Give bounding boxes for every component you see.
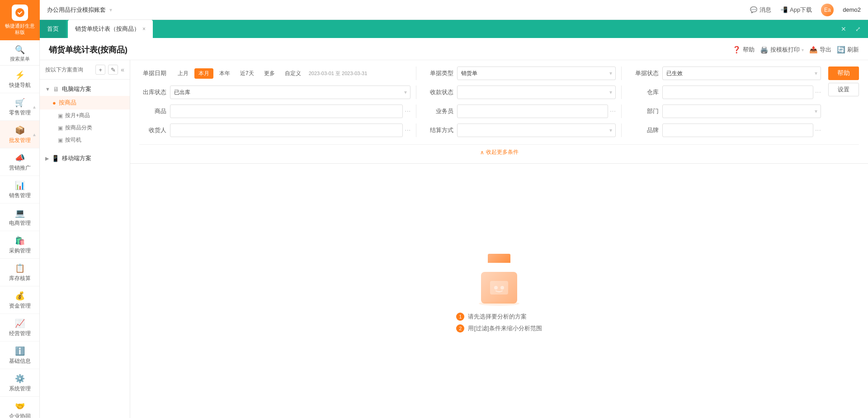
- salesman-input[interactable]: [457, 104, 608, 118]
- hint-num-1: 1: [456, 313, 464, 321]
- date-custom-button[interactable]: 自定义: [281, 68, 305, 79]
- tab-close-button[interactable]: ×: [142, 26, 146, 32]
- tab-expand-button[interactable]: ⤢: [852, 23, 864, 35]
- user-avatar[interactable]: Ea: [821, 4, 834, 16]
- print-action[interactable]: 🖨️ 按模板打印 ▾: [760, 46, 804, 54]
- date-7days-button[interactable]: 近7天: [236, 68, 258, 79]
- filter-cell-payment: 收款状态 ▾: [422, 86, 616, 99]
- out-status-input[interactable]: [170, 86, 410, 99]
- payment-method-input[interactable]: [457, 124, 616, 137]
- doc-status-input[interactable]: [662, 66, 821, 80]
- sidebar-item-operations[interactable]: 📈 经营管理: [0, 314, 39, 342]
- payment-control: ▾: [457, 86, 616, 99]
- tree-group-mobile-header[interactable]: ▶ 📱 移动端方案: [40, 152, 130, 165]
- query-button[interactable]: 帮助: [828, 66, 859, 80]
- divider-3: [416, 86, 416, 99]
- divider-6: [621, 104, 622, 118]
- expand-icon: ⤢: [855, 25, 861, 33]
- filter-collapse-button[interactable]: «: [121, 66, 124, 73]
- search-menu-item[interactable]: 🔍 搜索菜单: [0, 40, 39, 66]
- tree-item-icon: ●: [52, 100, 56, 106]
- sidebar-item-sales[interactable]: 📊 销售管理: [0, 176, 39, 204]
- date-row: 上月 本月 本年 近7天 更多 自定义 2: [170, 68, 410, 79]
- date-quick-btns: 上月 本月 本年 近7天 更多 自定义: [174, 68, 305, 79]
- export-action[interactable]: 📤 导出: [809, 46, 831, 54]
- date-last-month-button[interactable]: 上月: [174, 68, 193, 79]
- receiver-input[interactable]: [170, 124, 403, 137]
- goods-dots-button[interactable]: ···: [405, 107, 410, 115]
- filter-cell-doc-status: 单据状态 ▾: [627, 66, 821, 80]
- breadcrumb-area: 办公用品行业模拟账套 ▾: [47, 6, 112, 14]
- filter-edit-button[interactable]: ✎: [108, 65, 118, 75]
- date-this-month-button[interactable]: 本月: [194, 68, 213, 79]
- sidebar-item-purchase[interactable]: 🛍️ 采购管理: [0, 231, 39, 259]
- message-action[interactable]: 💬 消息: [750, 6, 771, 14]
- app-logo[interactable]: 畅捷通好生意 标版: [0, 0, 40, 40]
- sidebar-item-quick-nav[interactable]: ⚡ 快捷导航: [0, 66, 39, 93]
- brand-dots-button[interactable]: ···: [815, 126, 821, 134]
- sidebar-item-ecommerce[interactable]: 💻 电商管理: [0, 204, 39, 231]
- help-action[interactable]: ❓ 帮助: [732, 46, 755, 54]
- goods-input[interactable]: [170, 104, 403, 118]
- tab-active-label: 销货单统计表（按商品）: [75, 25, 140, 33]
- sidebar-item-marketing[interactable]: 📣 营销推广: [0, 148, 39, 176]
- tab-window-actions: ✕ ⤢: [837, 23, 868, 35]
- retail-icon: 🛒: [15, 98, 25, 108]
- wholesale-arrow-icon: ▲: [32, 132, 37, 137]
- sidebar-item-system[interactable]: ⚙️ 系统管理: [0, 369, 39, 397]
- warehouse-input[interactable]: [662, 86, 813, 99]
- brand-input[interactable]: [662, 124, 813, 137]
- collapse-icon: «: [121, 66, 124, 73]
- tree-group-desktop-header[interactable]: ▼ 🖥 电脑端方案: [40, 82, 130, 96]
- date-more-button[interactable]: 更多: [260, 68, 279, 79]
- out-status-label: 出库状态: [139, 88, 166, 96]
- settings-button[interactable]: 设置: [828, 83, 859, 96]
- sidebar-item-retail[interactable]: 🛒 零售管理 ▲: [0, 93, 39, 121]
- retail-label: 零售管理: [9, 109, 31, 117]
- divider-5: [416, 104, 416, 118]
- payment-method-label: 结算方式: [422, 126, 453, 134]
- help-label: 帮助: [743, 46, 755, 54]
- filter-main: 单据日期 上月 本月 本年 近7天: [130, 60, 868, 418]
- filter-form: 单据日期 上月 本月 本年 近7天: [130, 60, 868, 164]
- sidebar-item-inventory[interactable]: 📋 库存核算: [0, 259, 39, 286]
- sidebar-item-basic-info[interactable]: ℹ️ 基础信息: [0, 342, 39, 369]
- tree-sub-item-category[interactable]: ▣ 按商品分类: [40, 122, 130, 134]
- tab-home[interactable]: 首页: [40, 20, 66, 38]
- divider-2: [621, 66, 622, 80]
- salesman-dots-button[interactable]: ···: [610, 107, 616, 115]
- tree-group-desktop: ▼ 🖥 电脑端方案 ● 按商品 ▣ 按月+商品: [40, 80, 130, 149]
- filter-add-button[interactable]: +: [95, 65, 105, 75]
- collapse-more-button[interactable]: ∧ 收起更多条件: [139, 144, 859, 160]
- empty-hint-1: 1 请先选择要分析的方案: [456, 313, 542, 321]
- tree-sub-item-month-goods[interactable]: ▣ 按月+商品: [40, 109, 130, 122]
- warehouse-dots-button[interactable]: ···: [815, 88, 821, 96]
- date-range-text: 2023-03-01 至 2023-03-31: [309, 70, 368, 77]
- svg-point-1: [494, 286, 498, 290]
- filter-row-1: 单据日期 上月 本月 本年 近7天: [139, 66, 821, 80]
- app-download-label: App下载: [790, 6, 812, 14]
- app-download-action[interactable]: 📲 App下载: [780, 6, 812, 14]
- date-this-year-button[interactable]: 本年: [215, 68, 234, 79]
- refresh-action[interactable]: 🔄 刷新: [837, 46, 859, 54]
- tab-close-window-button[interactable]: ✕: [837, 23, 850, 35]
- operations-icon: 📈: [15, 318, 25, 328]
- payment-method-control: ▾: [457, 124, 616, 137]
- sidebar-item-wholesale[interactable]: 📦 批发管理 ▲: [0, 121, 39, 148]
- tree-item-by-goods[interactable]: ● 按商品: [40, 96, 130, 109]
- out-status-control: ▾: [170, 86, 410, 99]
- tree-expand-icon: ▼: [45, 86, 50, 92]
- warehouse-control: [662, 86, 813, 99]
- filter-cell-out-status: 出库状态 ▾: [139, 86, 410, 99]
- doc-type-input[interactable]: [457, 66, 616, 80]
- sidebar-item-collab[interactable]: 🤝 企业协同: [0, 397, 39, 418]
- tree-sub-item-driver[interactable]: ▣ 按司机: [40, 134, 130, 146]
- receiver-dots-button[interactable]: ···: [405, 126, 410, 134]
- sidebar-item-finance[interactable]: 💰 资金管理: [0, 286, 39, 314]
- quick-nav-icon: ⚡: [15, 70, 25, 80]
- collab-label: 企业协同: [9, 413, 31, 418]
- dept-input[interactable]: [662, 104, 821, 118]
- tab-active[interactable]: 销货单统计表（按商品） ×: [68, 20, 153, 38]
- payment-input[interactable]: [457, 86, 616, 99]
- search-icon: 🔍: [15, 45, 25, 55]
